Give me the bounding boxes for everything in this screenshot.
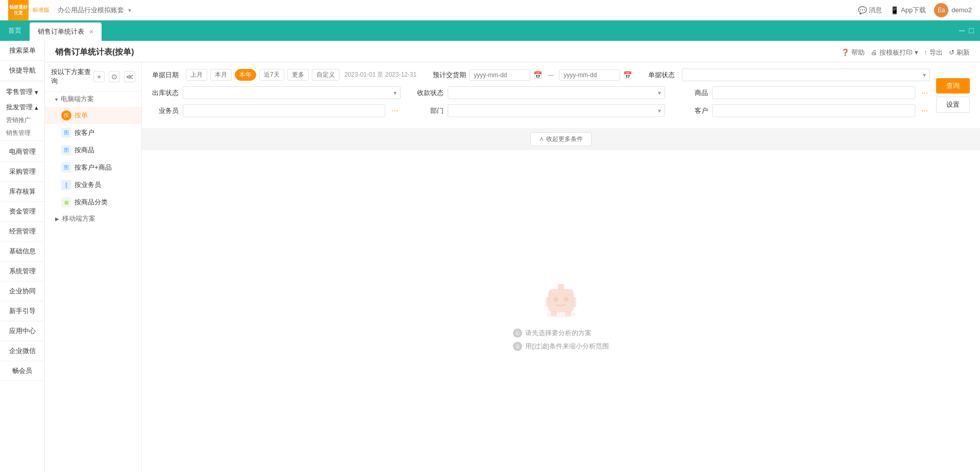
btn-more[interactable]: 更多 [287, 69, 309, 81]
scheme-by-customer-goods[interactable]: 图 按客户+商品 [45, 159, 141, 176]
receipt-status-select[interactable] [448, 86, 666, 99]
sidebar-item-ecommerce[interactable]: 电商管理 [0, 142, 44, 162]
print-icon: 🖨 [871, 49, 877, 56]
user-area[interactable]: Ea demo2 [934, 3, 972, 17]
svg-point-3 [553, 297, 558, 302]
help-icon: ❓ [841, 49, 849, 56]
mobile-scheme-group: ▶ 移动端方案 [45, 211, 141, 226]
sidebar-item-purchase[interactable]: 采购管理 [0, 162, 44, 182]
tab-sales-order-label: 销售订单统计表 [38, 27, 84, 36]
sidebar-item-operations[interactable]: 经营管理 [0, 222, 44, 242]
sidebar-sub-marketing[interactable]: 营销推广 [0, 114, 44, 127]
sidebar-sub-sales[interactable]: 销售管理 [0, 127, 44, 139]
collapse-panel-btn[interactable]: ≪ [124, 71, 135, 82]
single-status-select[interactable] [682, 68, 930, 81]
help-btn[interactable]: ❓ 帮助 [841, 48, 865, 57]
download-icon: 📱 [890, 6, 899, 14]
customer-input[interactable] [712, 104, 915, 117]
tab-sales-order[interactable]: 销售订单统计表 × [30, 22, 102, 41]
export-btn[interactable]: ↑ 导出 [924, 48, 943, 57]
left-panel: 按以下方案查询 + ⊙ ≪ ▾ 电脑端方案 按 [45, 62, 142, 472]
sidebar-item-newbie[interactable]: 新手引导 [0, 301, 44, 321]
filter-row-2: 出库状态 ▾ 收款状态 [152, 86, 930, 99]
app-title: 办公用品行业模拟账套 [58, 6, 124, 15]
top-bar-right: 💬 消息 📱 App下载 Ea demo2 [858, 3, 972, 17]
salesperson-dots[interactable]: ··· [389, 106, 400, 115]
tab-close-icon[interactable]: × [89, 28, 93, 36]
tab-home[interactable]: 首页 [0, 20, 30, 41]
department-select[interactable] [448, 104, 666, 117]
sidebar-item-wholesale[interactable]: 批发管理 ▴ [0, 99, 44, 114]
calendar-icon-1[interactable]: 📅 [533, 71, 542, 79]
print-dropdown-icon: ▾ [915, 49, 918, 56]
salesperson-input[interactable] [183, 104, 385, 117]
date-range-text: 2023-01-01 至 2023-12-31 [345, 70, 416, 79]
sidebar: 搜索菜单 快捷导航 零售管理 ▾ 批发管理 ▴ 营销推广 销售管理 电商管理 采… [0, 41, 45, 472]
hint-1-number: ① [513, 328, 522, 338]
minimize-icon[interactable]: ─ [959, 26, 965, 35]
sidebar-item-quicknav[interactable]: 快捷导航 [0, 61, 44, 81]
sidebar-item-search[interactable]: 搜索菜单 [0, 41, 44, 61]
right-content: 单据日期 上月 本月 本年 近7天 更多 自定义 2023-01-01 至 20… [142, 62, 980, 472]
pc-scheme-label[interactable]: ▾ 电脑端方案 [45, 91, 141, 107]
empty-hint-1: ① 请先选择要分析的方案 [513, 328, 608, 338]
scheme-by-goods[interactable]: 图 按商品 [45, 141, 141, 159]
scheme-by-order[interactable]: 按 按单 [45, 107, 141, 124]
search-button[interactable]: 查询 [936, 78, 970, 93]
sidebar-item-enterprise[interactable]: 企业协同 [0, 281, 44, 301]
sidebar-item-finance[interactable]: 资金管理 [0, 202, 44, 222]
delivery-status-select[interactable] [183, 86, 401, 99]
single-status-group: 单据状态 ▾ [648, 68, 930, 81]
svg-point-0 [546, 312, 576, 318]
expected-date-start[interactable] [469, 69, 530, 81]
btn-last-month[interactable]: 上月 [186, 69, 207, 81]
empty-hints: ① 请先选择要分析的方案 ② 用[过滤]条件来缩小分析范围 [513, 328, 608, 351]
salesperson-group: 业务员 ··· [152, 104, 401, 117]
add-scheme-btn[interactable]: + [93, 71, 105, 82]
divider-1 [0, 82, 44, 82]
collapse-conditions-btn[interactable]: ∧ 收起更多条件 [530, 132, 591, 146]
collapse-row: ∧ 收起更多条件 [142, 128, 980, 150]
customer-dots[interactable]: ··· [919, 106, 930, 115]
edit-scheme-btn[interactable]: ⊙ [109, 71, 120, 82]
refresh-btn[interactable]: ↺ 刷新 [949, 48, 970, 57]
page-actions: ❓ 帮助 🖨 按模板打印 ▾ ↑ 导出 ↺ 刷新 [841, 48, 970, 57]
sidebar-item-appcenter[interactable]: 应用中心 [0, 321, 44, 341]
btn-this-year[interactable]: 本年 [235, 69, 256, 81]
left-panel-icons: + ⊙ ≪ [93, 71, 135, 82]
dropdown-icon[interactable]: ▾ [128, 7, 131, 14]
app-download-btn[interactable]: 📱 App下载 [890, 6, 926, 15]
delivery-status-group: 出库状态 ▾ [152, 86, 401, 99]
empty-state: ① 请先选择要分析的方案 ② 用[过滤]条件来缩小分析范围 [142, 150, 980, 472]
filter-row-1: 单据日期 上月 本月 本年 近7天 更多 自定义 2023-01-01 至 20… [152, 68, 930, 81]
scheme-by-customer[interactable]: 图 按客户 [45, 124, 141, 141]
sidebar-item-system[interactable]: 系统管理 [0, 262, 44, 281]
svg-point-4 [564, 297, 569, 302]
hint-2-text: 用[过滤]条件来缩小分析范围 [525, 342, 608, 351]
receipt-status-group: 收款状态 ▾ [417, 86, 666, 99]
sidebar-item-wechat[interactable]: 企业微信 [0, 341, 44, 361]
sidebar-item-inventory[interactable]: 库存核算 [0, 182, 44, 202]
top-bar: 畅捷通好生意 标准版 办公用品行业模拟账套 ▾ 💬 消息 📱 App下载 Ea … [0, 0, 980, 20]
settings-button[interactable]: 设置 [936, 97, 970, 113]
mobile-scheme-label[interactable]: ▶ 移动端方案 [45, 211, 141, 226]
sidebar-item-member[interactable]: 畅会员 [0, 361, 44, 381]
btn-custom[interactable]: 自定义 [312, 69, 339, 81]
print-btn[interactable]: 🖨 按模板打印 ▾ [871, 48, 918, 57]
sidebar-item-retail[interactable]: 零售管理 ▾ [0, 83, 44, 99]
btn-last-7-days[interactable]: 近7天 [259, 69, 284, 81]
svg-rect-9 [565, 311, 571, 316]
brand-text: 标准版 [33, 6, 50, 13]
scheme-by-goods-category[interactable]: ⊞ 按商品分类 [45, 194, 141, 211]
scheme-by-salesperson[interactable]: ║ 按业务员 [45, 176, 141, 194]
goods-dots[interactable]: ··· [919, 88, 930, 98]
btn-this-month[interactable]: 本月 [210, 69, 232, 81]
expected-date-end[interactable] [559, 69, 620, 81]
sidebar-item-basic[interactable]: 基础信息 [0, 242, 44, 262]
salesperson-label: 业务员 [152, 106, 179, 115]
maximize-icon[interactable]: □ [969, 26, 974, 35]
goods-input[interactable] [712, 86, 915, 99]
message-btn[interactable]: 💬 消息 [858, 6, 882, 15]
calendar-icon-2[interactable]: 📅 [623, 71, 632, 79]
chevron-up-icon: ▴ [35, 104, 38, 111]
